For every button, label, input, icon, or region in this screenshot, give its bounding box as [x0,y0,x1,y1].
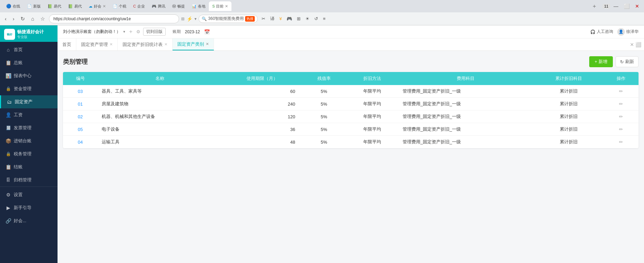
cell-rate: 5% [302,98,346,110]
sidebar-item-close[interactable]: 📋 结账 [0,160,58,174]
user-avatar[interactable]: 👤 徐泽华 [617,28,639,36]
sidebar-item-funds[interactable]: 🔒 资金管理 [0,82,58,95]
assets-icon: 🗂 [7,99,12,105]
tab-asset-category[interactable]: 固定资产类别 ✕ [173,38,214,50]
undo-button[interactable]: ↺ [313,15,320,22]
cell-expense: 管理费用_固定资产折旧_一级 [399,136,533,148]
table-row: 03 器具、工具、家具等 60 5% 年限平均 管理费用_固定资产折旧_一级 累… [63,85,639,98]
edit-icon[interactable]: ✏ [619,88,623,94]
reload-button[interactable]: ↻ [18,14,27,23]
sidebar-item-settings[interactable]: ⚙ 设置 [0,188,58,201]
refresh-button[interactable]: ↻ 刷新 [616,56,639,67]
tab-close-depreciation[interactable]: ✕ [164,42,167,47]
tab-close-asset-mgmt[interactable]: ✕ [110,42,113,47]
tab-home[interactable]: 首页 [58,38,76,50]
cell-code[interactable]: 04 [63,136,98,148]
currency-button[interactable]: ¥ [278,15,283,22]
maximize-button[interactable]: ⬜ [622,3,632,10]
service-button[interactable]: 🎧 人工咨询 [590,29,613,35]
table-row: 02 机器、机械和其他生产设备 120 5% 年限平均 管理费用_固定资产折旧_… [63,110,639,123]
translate-button[interactable]: 译 [268,15,276,23]
sidebar-item-ledger[interactable]: 📋 总账 [0,56,58,69]
bookmark-button[interactable]: ☆ [38,14,47,23]
sidebar-item-more[interactable]: 🔗 好会... [0,214,58,227]
home-button[interactable]: ⌂ [29,14,36,23]
browser-tab-11[interactable]: S 目前 ✕ [209,1,231,11]
search-box[interactable]: 🔍 360智能抠图免费用 热搜 [199,15,258,23]
logo-icon: 畅好 [4,29,15,40]
cell-action[interactable]: ✏ [604,123,639,136]
category-table: 编号 名称 使用期限（月） 残值率 折旧方法 费用科目 累计折旧科目 操作 03… [63,72,639,148]
sidebar-item-home[interactable]: ⌂ 首页 [0,43,58,56]
switch-version-button[interactable]: 切到旧版 [143,28,166,36]
address-input[interactable] [49,14,179,23]
sidebar-item-salary[interactable]: 👤 工资 [0,108,58,121]
edit-icon[interactable]: ✏ [619,114,623,119]
cell-accumulated: 累计折旧 [533,98,604,110]
user-display: 刘小艳演示账套（勿删勿动！） [63,29,121,35]
cell-code[interactable]: 01 [63,98,98,110]
col-period: 使用期限（月） [223,72,302,85]
col-accumulated: 累计折旧科目 [533,72,604,85]
col-expense: 费用科目 [399,72,533,85]
gear-button[interactable]: ⚙ [136,29,140,34]
cell-action[interactable]: ✏ [604,98,639,110]
cell-code[interactable]: 05 [63,123,98,136]
add-account-button[interactable]: ＋ [128,28,134,35]
cell-action[interactable]: ✏ [604,136,639,148]
cell-accumulated: 累计折旧 [533,136,604,148]
tab-close-5[interactable]: ✕ [103,4,106,9]
browser-tab-5[interactable]: ☁ 好会 ✕ [85,1,109,11]
edit-icon[interactable]: ✏ [619,127,623,132]
sidebar-item-assets[interactable]: 🗂 固定资产 [0,95,58,108]
browser-tab-6[interactable]: 📄 个税 [109,1,130,11]
menu-button[interactable]: ≡ [321,15,327,22]
page-title: 类别管理 [63,58,88,66]
more-icon: 🔗 [5,218,11,224]
game-button[interactable]: 🎮 [285,15,294,22]
sun-button[interactable]: ☀ [304,15,311,22]
edit-icon[interactable]: ✏ [619,101,623,107]
browser-tab-7[interactable]: C 企业 [130,1,148,11]
tab-asset-mgmt[interactable]: 固定资产管理 ✕ [76,38,118,50]
add-button[interactable]: + 新增 [589,56,613,67]
browser-tab-3[interactable]: 📗 易代 [44,1,65,11]
calendar-icon[interactable]: 📅 [204,29,210,35]
tab-close-11[interactable]: ✕ [225,4,228,9]
dropdown-arrow[interactable]: ▾ [123,29,125,34]
sidebar-nav: ⌂ 首页 📋 总账 📊 报表中心 🔒 资金管理 🗂 固定资产 [0,42,58,263]
browser-tab-2[interactable]: 📄 新版 [24,1,44,11]
browser-tab-9[interactable]: Ⓜ 畅提 [169,1,188,11]
new-tab-button[interactable]: ＋ [590,2,598,11]
table-row: 04 运输工具 48 5% 年限平均 管理费用_固定资产折旧_一级 累计折旧 ✏ [63,136,639,148]
dropdown-arrow[interactable]: ▾ [194,16,197,21]
sidebar-item-inventory[interactable]: 📦 进销台账 [0,134,58,147]
cell-code[interactable]: 03 [63,85,98,98]
grid-button[interactable]: ⊞ [295,15,302,22]
username-label: 徐泽华 [626,29,639,35]
sidebar-item-archive[interactable]: 🗄 归档管理 [0,174,58,187]
content-close-button[interactable]: ✕ [630,42,634,47]
browser-tab-10[interactable]: 📊 各地 [188,1,209,11]
tab-close-category[interactable]: ✕ [206,42,209,46]
browser-tab-4[interactable]: 📗 易代 [65,1,85,11]
sidebar-item-tax[interactable]: 🔒 税务管理 [0,147,58,160]
browser-tab-8[interactable]: 🎮 腾讯 [148,1,169,11]
cell-method: 年限平均 [346,85,399,98]
cell-code[interactable]: 02 [63,110,98,123]
content-expand-button[interactable]: ⬜ [635,42,641,47]
cell-action[interactable]: ✏ [604,110,639,123]
home-icon: ⌂ [5,47,11,52]
scissors-button[interactable]: ✂ [260,15,267,22]
browser-tab-1[interactable]: 🔵 在线 [3,1,24,11]
cell-action[interactable]: ✏ [604,85,639,98]
close-button[interactable]: ✕ [633,3,641,10]
sidebar-item-reports[interactable]: 📊 报表中心 [0,69,58,82]
back-button[interactable]: ‹ [3,14,9,23]
tab-depreciation-table[interactable]: 固定资产折旧统计表 ✕ [118,38,173,50]
minimize-button[interactable]: — [611,3,620,10]
edit-icon[interactable]: ✏ [619,139,623,145]
sidebar-item-invoice[interactable]: 🧾 发票管理 [0,121,58,134]
forward-button[interactable]: › [11,14,16,23]
sidebar-item-guide[interactable]: ▶ 新手引导 [0,201,58,214]
